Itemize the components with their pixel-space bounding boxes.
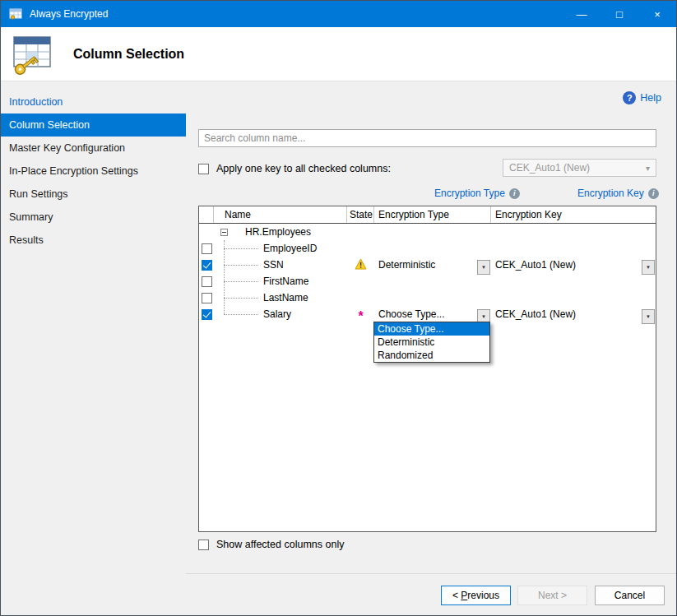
group-label: HR.Employees [245, 226, 311, 238]
group-name-cell: HR.Employees [214, 226, 347, 238]
tree-line [224, 281, 258, 282]
encryption-key-value: CEK_Auto1 (New) [495, 308, 576, 320]
tree-line [224, 314, 258, 315]
sidebar-item-master-key-configuration[interactable]: Master Key Configuration [1, 137, 186, 160]
tree-line [224, 265, 258, 266]
columns-grid: Name State Encryption Type Encryption Ke… [198, 206, 656, 532]
dropdown-arrow-button[interactable]: ▼ [477, 260, 490, 275]
maximize-button[interactable]: □ [600, 1, 638, 27]
encryption-type-link-label: Encryption Type [434, 188, 505, 199]
table-row-firstname[interactable]: FirstName [199, 273, 656, 289]
minimize-button[interactable]: — [563, 1, 600, 27]
row-checkbox[interactable] [202, 260, 212, 271]
encryption-key-value: CEK_Auto1 (New) [495, 259, 576, 271]
sidebar-item-in-place-encryption-settings[interactable]: In-Place Encryption Settings [1, 160, 186, 183]
wizard-steps-sidebar: Introduction Column Selection Master Key… [1, 82, 186, 615]
encryption-type-dropdown: Choose Type... Deterministic Randomized [373, 322, 490, 363]
dropdown-option-choose-type[interactable]: Choose Type... [374, 322, 489, 336]
tree-collapse-icon[interactable] [220, 229, 228, 236]
table-row-group[interactable]: HR.Employees [199, 224, 656, 240]
tree-line [224, 248, 258, 249]
row-checkbox[interactable] [202, 309, 212, 320]
apply-one-key-label: Apply one key to all checked columns: [216, 163, 391, 174]
sidebar-item-summary[interactable]: Summary [1, 206, 186, 229]
column-name: Salary [263, 308, 291, 320]
close-button[interactable]: × [638, 1, 676, 27]
column-name: FirstName [263, 276, 308, 287]
sidebar-item-column-selection[interactable]: Column Selection [1, 113, 186, 137]
dropdown-option-randomized[interactable]: Randomized [374, 349, 489, 362]
previous-button[interactable]: < Previous [441, 586, 511, 605]
window-title: Always Encrypted [30, 8, 108, 20]
show-affected-columns-label: Show affected columns only [216, 539, 344, 550]
tree-line [224, 240, 225, 314]
tree-line [224, 298, 258, 299]
encryption-type-value: Choose Type... [378, 308, 445, 320]
encryption-type-value: Deterministic [378, 259, 435, 271]
next-button: Next > [517, 586, 587, 605]
column-name: SSN [263, 259, 284, 271]
row-checkbox[interactable] [202, 243, 212, 254]
column-name: EmployeeID [263, 243, 317, 254]
previous-button-prefix: < [452, 590, 461, 601]
cek-key-combo-value: CEK_Auto1 (New) [509, 162, 590, 174]
apply-one-key-checkbox[interactable] [198, 164, 209, 174]
grid-header-encryption-type: Encryption Type [374, 206, 491, 223]
encryption-type-header-link[interactable]: Encryption Type i [434, 188, 520, 199]
help-label: Help [640, 92, 661, 104]
previous-button-accel: P [461, 590, 467, 601]
row-checkbox[interactable] [202, 276, 212, 287]
table-row-lastname[interactable]: LastName [199, 289, 656, 306]
encryption-key-cell[interactable]: CEK_Auto1 (New) ▼ [491, 308, 656, 320]
encryption-type-cell[interactable]: Choose Type... ▼ [374, 308, 491, 320]
column-name: LastName [263, 292, 308, 303]
row-checkbox[interactable] [202, 293, 212, 303]
search-column-input[interactable] [198, 129, 656, 147]
sidebar-item-introduction[interactable]: Introduction [1, 90, 186, 113]
help-icon: ? [623, 91, 636, 104]
always-encrypted-window: Always Encrypted — □ × [0, 0, 677, 616]
dropdown-arrow-button[interactable]: ▼ [642, 260, 655, 275]
required-asterisk-icon: * [358, 313, 363, 321]
page-title: Column Selection [73, 47, 184, 62]
dropdown-option-deterministic[interactable]: Deterministic [374, 336, 489, 349]
encryption-key-cell[interactable]: CEK_Auto1 (New) ▼ [491, 259, 656, 271]
info-icon[interactable]: i [509, 188, 520, 199]
grid-header-encryption-key: Encryption Key [491, 206, 656, 223]
help-link[interactable]: ? Help [623, 91, 661, 104]
encryption-type-cell[interactable]: Deterministic ▼ [374, 259, 491, 271]
previous-button-rest: revious [467, 590, 499, 601]
sidebar-item-run-settings[interactable]: Run Settings [1, 183, 186, 206]
table-row-employeeid[interactable]: EmployeeID [199, 240, 656, 257]
cek-key-combo: CEK_Auto1 (New) ▾ [503, 159, 656, 177]
warning-icon [355, 258, 367, 272]
table-key-icon [11, 34, 53, 75]
wizard-header: Column Selection [1, 27, 676, 81]
cancel-button[interactable]: Cancel [595, 586, 665, 605]
dropdown-arrow-button[interactable]: ▼ [642, 309, 655, 324]
grid-header-row: Name State Encryption Type Encryption Ke… [199, 206, 656, 224]
grid-header-state: State [347, 206, 374, 223]
grid-header-checkbox-col [199, 206, 214, 223]
encryption-key-link-label: Encryption Key [577, 188, 644, 199]
title-bar: Always Encrypted — □ × [1, 1, 676, 27]
app-icon [9, 7, 22, 21]
footer-divider [186, 573, 676, 574]
main-panel: ? Help Apply one key to all checked colu… [186, 82, 676, 615]
show-affected-columns-checkbox[interactable] [198, 540, 209, 550]
chevron-down-icon: ▾ [646, 164, 650, 173]
encryption-key-header-link[interactable]: Encryption Key i [577, 188, 659, 199]
table-row-salary[interactable]: Salary * Choose Type... ▼ CEK_Auto1 (New… [199, 306, 656, 322]
sidebar-item-results[interactable]: Results [1, 229, 186, 252]
grid-header-name: Name [214, 206, 347, 223]
table-row-ssn[interactable]: SSN Deterministic ▼ CEK_Auto1 (N [199, 257, 656, 273]
info-icon[interactable]: i [648, 188, 659, 199]
window-controls: — □ × [563, 1, 676, 27]
